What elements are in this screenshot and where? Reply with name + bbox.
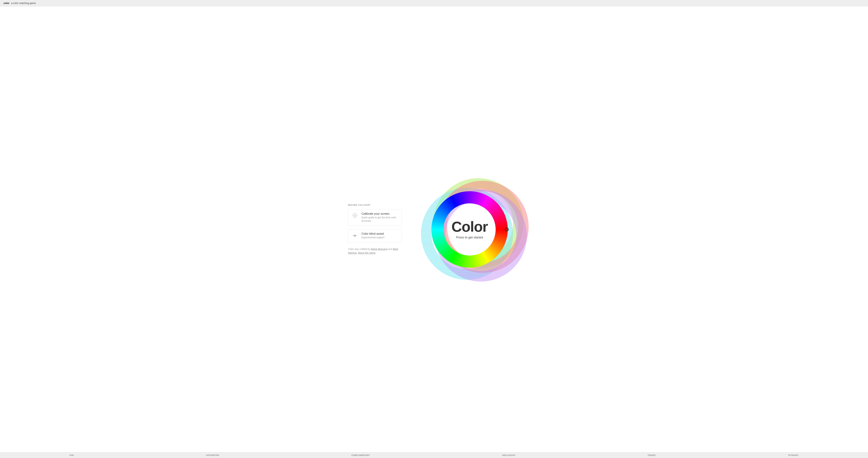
sidebar-heading: BEFORE YOU START bbox=[348, 204, 402, 206]
colorblind-title: Color blind assist bbox=[362, 232, 399, 236]
sidebar: BEFORE YOU START bbox=[348, 204, 402, 255]
mode-analogous: ANALOGOUS bbox=[502, 454, 515, 456]
svg-point-0 bbox=[354, 215, 356, 216]
mode-tetradic: TETRADIC bbox=[788, 454, 799, 456]
sun-icon bbox=[351, 212, 358, 219]
wheel-subtitle: Press to get started bbox=[452, 236, 488, 239]
main-content: BEFORE YOU START bbox=[0, 6, 868, 452]
app-title: color bbox=[3, 2, 9, 4]
mode-triadic: TRIADIC bbox=[648, 454, 656, 456]
app-subtitle: a color matching game bbox=[11, 2, 36, 4]
header-bar: color a color matching game bbox=[0, 0, 868, 6]
colorblind-card[interactable]: Color blind assist Experimental support bbox=[348, 229, 402, 242]
svg-point-9 bbox=[354, 235, 355, 237]
wheel-title: Color bbox=[452, 219, 488, 234]
eye-icon bbox=[351, 232, 358, 239]
svg-line-5 bbox=[353, 213, 354, 214]
credits-text: Color was crafted by María Munuera and M… bbox=[348, 247, 402, 255]
about-link[interactable]: About this game bbox=[358, 251, 375, 254]
colorblind-desc: Experimental support bbox=[362, 236, 399, 239]
calibrate-title: Calibrate your screen bbox=[362, 212, 399, 216]
footer-bar: HUE SATURATION COMPLEMENTARY ANALOGOUS T… bbox=[0, 452, 868, 458]
mode-hue: HUE bbox=[70, 454, 74, 456]
author1-link[interactable]: María Munuera bbox=[371, 248, 388, 250]
svg-line-6 bbox=[356, 217, 357, 217]
mode-complementary: COMPLEMENTARY bbox=[351, 454, 370, 456]
calibrate-desc: Quick guide to get the best color accura… bbox=[362, 216, 399, 223]
svg-line-8 bbox=[356, 213, 357, 214]
calibrate-card[interactable]: Calibrate your screen Quick guide to get… bbox=[348, 209, 402, 225]
wheel-center[interactable]: Color Press to get started bbox=[452, 219, 488, 239]
hue-selector-handle[interactable] bbox=[505, 227, 509, 231]
color-wheel[interactable]: Color Press to get started bbox=[419, 179, 520, 280]
svg-line-7 bbox=[353, 217, 354, 217]
mode-saturation: SATURATION bbox=[206, 454, 219, 456]
